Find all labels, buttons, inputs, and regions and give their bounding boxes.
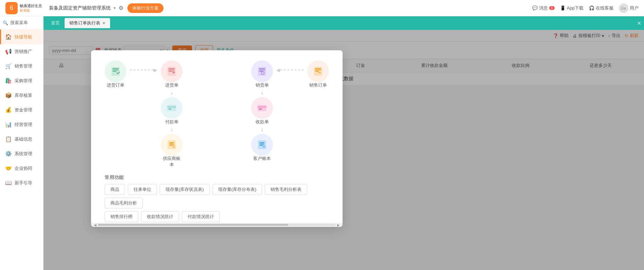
modal-scrollbar[interactable]: ◀ ▶ [91,223,343,227]
sidebar-item-marketing[interactable]: 📢 营销推广 [0,44,43,59]
svg-rect-6 [167,106,176,108]
func-buttons-row1: 商品 往来单位 现存量(库存状况表) 现存量(库存分布表) 销售毛利分析表 商品… [105,184,329,209]
system-info: 装备及固定资产辅助管理系统 ▾ ⚙ 体验行业方案 [49,3,532,13]
basic-info-icon: 📋 [5,136,12,142]
app-download-action[interactable]: 📱 App下载 [560,5,584,11]
purchase-order-circle [105,60,126,82]
message-icon: 💬 [532,5,538,11]
flow-modal: 进货订单 ▶ 进 [91,50,343,227]
logo-icon: 6 [5,2,18,14]
scroll-right-icon[interactable]: ▶ [336,223,341,227]
payment-bill-label: 付款单 [165,119,178,125]
marketing-icon: 📢 [5,48,12,55]
tab-close-icon[interactable]: ✕ [102,21,105,25]
settings-icon[interactable]: ⚙ [119,5,123,11]
modal-overlay[interactable]: 进货订单 ▶ 进 [43,30,644,270]
func-btn-stock-status[interactable]: 现存量(库存状况表) [160,184,210,195]
func-btn-counterpart[interactable]: 往来单位 [128,184,157,195]
tab-home[interactable]: 首页 [46,18,65,28]
sidebar-item-collab[interactable]: 🤝 企业协同 [0,161,43,176]
logo-area: 6 畅康通好生意 标准版 [5,2,49,14]
purchase-icon: 🛍️ [5,77,12,84]
scrollbar-track [98,224,336,226]
flow-receipt-bill[interactable]: 收款单 [251,97,273,125]
svg-point-12 [263,145,265,148]
flow-sales-bill[interactable]: 销货单 [251,60,273,88]
sales-bill-label: 销货单 [256,82,269,88]
common-functions: 常用功能 商品 往来单位 现存量(库存状况表) 现存量(库存分布表) 销售毛利分… [105,175,329,222]
supplier-account-circle [161,134,182,156]
search-icon: 🔍 [3,20,8,25]
system-name: 装备及固定资产辅助管理系统 [49,5,111,11]
guide-icon: 📖 [5,180,12,186]
system-dropdown-arrow[interactable]: ▾ [114,5,116,11]
tab-sales-order-exec[interactable]: 销售订单执行表 ✕ [65,18,110,28]
flow-supplier-account[interactable]: 供应商账本 [161,134,182,168]
sales-icon: 🛒 [5,63,12,69]
func-buttons-row2: 销售排行榜 收款情况统计 付款情况统计 [105,211,329,222]
payment-bill-circle [161,97,182,119]
message-badge: 6 [549,6,555,10]
sales-order-label: 销售订单 [309,82,327,88]
purchase-order-label: 进货订单 [107,82,124,88]
customer-account-label: 客户账本 [253,156,271,162]
app-container: 6 畅康通好生意 标准版 装备及固定资产辅助管理系统 ▾ ⚙ 体验行业方案 💬 … [0,0,644,270]
search-menu[interactable]: 🔍 搜索菜单 [0,16,43,30]
flow-customer-account[interactable]: 客户账本 [251,134,273,162]
sidebar-item-quick-nav[interactable]: 🏠 快捷导航 [0,30,43,44]
avatar: Ea [619,3,628,13]
content-area: 首页 销售订单执行表 ✕ ✕ ❓ 帮助 🖨 [43,16,644,270]
operations-icon: 📊 [5,121,12,128]
scroll-left-icon[interactable]: ◀ [92,223,98,227]
flow-purchase-bill[interactable]: 进货单 [161,60,182,88]
purchase-bill-label: 进货单 [165,82,178,88]
sidebar-item-finance[interactable]: 💰 资金管理 [0,103,43,117]
mobile-icon: 📱 [560,5,565,11]
supplier-account-label: 供应商账本 [161,156,182,168]
headset-icon: 🎧 [589,5,594,11]
sidebar-nav: 🏠 快捷导航 📢 营销推广 🛒 销售管理 🛍️ 采购管理 📦 库存 [0,30,43,270]
func-btn-receipt-stats[interactable]: 收款情况统计 [141,211,179,222]
flow-payment-bill[interactable]: 付款单 [161,97,182,125]
experience-btn[interactable]: 体验行业方案 [127,3,163,13]
user-action[interactable]: Ea 用户 [619,3,639,13]
quick-nav-icon: 🏠 [5,34,12,40]
main-area: 🔍 搜索菜单 🏠 快捷导航 📢 营销推广 🛒 销售管理 🛍️ [0,16,644,270]
customer-account-circle [251,134,273,156]
func-btn-product[interactable]: 商品 [105,184,125,195]
tab-bar-close-icon[interactable]: ✕ [637,20,641,26]
func-btn-sales-profit[interactable]: 销售毛利分析表 [265,184,307,195]
online-service-action[interactable]: 🎧 在线客服 [589,5,613,11]
inventory-icon: 📦 [5,92,12,98]
func-btn-stock-dist[interactable]: 现存量(库存分布表) [212,184,262,195]
sidebar: 🔍 搜索菜单 🏠 快捷导航 📢 营销推广 🛒 销售管理 🛍️ [0,16,43,270]
sales-order-circle [307,60,329,82]
func-btn-product-profit[interactable]: 商品毛利分析 [105,198,143,209]
sidebar-item-guide[interactable]: 📖 新手引导 [0,176,43,190]
sales-bill-circle [251,60,273,82]
scrollbar-thumb [98,224,288,226]
collab-icon: 🤝 [5,165,12,172]
message-action[interactable]: 💬 消息 6 [532,5,555,11]
flow-sales-order[interactable]: 销售订单 [307,60,329,88]
page-content: ❓ 帮助 🖨 按模板打印 ▾ ↑ 导出 ↻ 刷新 [43,30,644,270]
func-btn-sales-rank[interactable]: 销售排行榜 [105,211,138,222]
sidebar-item-operations[interactable]: 📊 经营管理 [0,117,43,132]
top-bar: 6 畅康通好生意 标准版 装备及固定资产辅助管理系统 ▾ ⚙ 体验行业方案 💬 … [0,0,644,16]
sidebar-item-system[interactable]: ⚙️ 系统管理 [0,146,43,161]
flow-purchase-order[interactable]: 进货订单 [105,60,126,88]
func-btn-payment-stats[interactable]: 付款情况统计 [182,211,220,222]
purchase-bill-circle [161,60,182,82]
finance-icon: 💰 [5,107,12,113]
top-bar-right: 💬 消息 6 📱 App下载 🎧 在线客服 Ea 用户 [532,3,639,13]
sidebar-item-purchase[interactable]: 🛍️ 采购管理 [0,73,43,88]
sidebar-item-basic-info[interactable]: 📋 基础信息 [0,132,43,146]
receipt-bill-circle [251,97,273,119]
sidebar-item-sales[interactable]: 🛒 销售管理 [0,59,43,73]
logo-text: 畅康通好生意 标准版 [20,3,42,13]
sidebar-item-inventory[interactable]: 📦 库存核算 [0,88,43,103]
svg-rect-10 [172,145,175,148]
tab-bar: 首页 销售订单执行表 ✕ ✕ [43,16,644,30]
svg-rect-8 [258,106,266,108]
system-icon: ⚙️ [5,150,12,157]
